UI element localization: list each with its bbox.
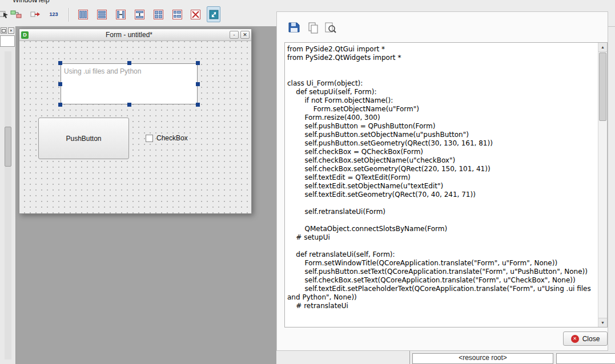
minimize-button[interactable]: - bbox=[230, 31, 239, 39]
edit-buddies-icon[interactable] bbox=[29, 6, 42, 22]
resize-handle[interactable] bbox=[127, 61, 131, 65]
signal-slot-icon bbox=[10, 9, 22, 19]
edit-signals-slots-icon[interactable] bbox=[9, 6, 23, 22]
widget-box-dock: ✕ bbox=[0, 26, 16, 364]
scroll-down-arrow[interactable]: ▼ bbox=[598, 318, 607, 327]
textedit-box[interactable]: Using .ui files and Python bbox=[61, 63, 198, 104]
save-code-button[interactable] bbox=[286, 19, 302, 35]
resize-handle[interactable] bbox=[196, 82, 200, 86]
resize-handle[interactable] bbox=[58, 61, 62, 65]
dock-scrollbar-track[interactable] bbox=[5, 51, 11, 359]
textedit-widget[interactable]: Using .ui files and Python bbox=[61, 63, 198, 104]
textedit-placeholder: Using .ui files and Python bbox=[64, 67, 141, 75]
resize-handle[interactable] bbox=[58, 103, 62, 107]
break-icon bbox=[191, 10, 200, 19]
menu-window[interactable]: Window bbox=[13, 0, 37, 4]
code-view: from PySide2.QtGui import * from PySide2… bbox=[284, 42, 608, 327]
edit-tab-order-icon[interactable]: 123 bbox=[47, 6, 61, 22]
hsplit-icon bbox=[116, 10, 126, 19]
layout-form-icon[interactable] bbox=[170, 6, 184, 22]
designer-form-icon: D bbox=[21, 31, 29, 39]
checkbox-indicator[interactable] bbox=[146, 135, 153, 142]
widget-filter-input[interactable] bbox=[0, 35, 15, 47]
adjust-icon bbox=[209, 10, 219, 19]
code-vertical-scrollbar[interactable]: ▲ ▼ bbox=[598, 43, 607, 327]
layout-vertical-icon[interactable] bbox=[95, 6, 108, 22]
resize-handle[interactable] bbox=[196, 61, 200, 65]
grid-icon bbox=[154, 10, 163, 19]
toolbar-separator bbox=[69, 8, 69, 22]
copy-code-button[interactable] bbox=[306, 20, 321, 36]
find-in-code-button[interactable] bbox=[323, 20, 339, 36]
form-window-title: Form - untitled* bbox=[30, 31, 228, 39]
dock-float-button[interactable] bbox=[1, 27, 7, 34]
form-canvas[interactable]: Using .ui files and Python PushButton bbox=[19, 41, 251, 213]
form-layout-icon bbox=[172, 10, 182, 19]
buddy-arrow-icon bbox=[30, 9, 41, 19]
hlayout-icon bbox=[78, 10, 88, 19]
panel-divider bbox=[409, 351, 410, 364]
break-layout-icon[interactable] bbox=[188, 6, 202, 22]
adjust-size-icon[interactable] bbox=[207, 6, 220, 22]
close-window-button[interactable]: ✕ bbox=[240, 31, 250, 39]
layout-horizontal-icon[interactable] bbox=[76, 6, 90, 22]
resource-root-label: <resource root> bbox=[459, 354, 507, 362]
pushbutton-widget[interactable]: PushButton bbox=[38, 118, 129, 159]
mdi-workspace: ✕ D Form - untitled* - ✕ Using .ui files… bbox=[0, 26, 276, 364]
menu-help[interactable]: Help bbox=[35, 0, 50, 4]
vsplit-icon bbox=[135, 10, 144, 19]
find-icon bbox=[324, 22, 337, 34]
pushbutton-label: PushButton bbox=[66, 135, 101, 143]
view-code-dialog: from PySide2.QtGui import * from PySide2… bbox=[276, 11, 608, 351]
resize-handle[interactable] bbox=[196, 103, 200, 107]
resize-handle[interactable] bbox=[58, 82, 62, 86]
dock-close-button[interactable]: ✕ bbox=[8, 27, 14, 34]
close-button-label: Close bbox=[582, 335, 600, 343]
float-icon bbox=[2, 29, 6, 33]
close-dialog-button[interactable]: ✕ Close bbox=[563, 331, 608, 346]
resize-handle[interactable] bbox=[127, 103, 131, 107]
layout-horizontal-splitter-icon[interactable] bbox=[114, 6, 127, 22]
menubar: Window Help bbox=[0, 0, 615, 5]
tab-order-123-icon: 123 bbox=[49, 11, 58, 17]
resource-side-panel bbox=[556, 353, 615, 364]
close-red-icon: ✕ bbox=[571, 335, 579, 343]
save-icon bbox=[288, 21, 300, 34]
cursor-widget-icon bbox=[0, 9, 9, 19]
layout-grid-icon[interactable] bbox=[151, 6, 165, 22]
vlayout-icon bbox=[97, 10, 107, 19]
checkbox-label: CheckBox bbox=[156, 134, 188, 142]
resource-root-item[interactable]: <resource root> bbox=[412, 353, 553, 364]
checkbox-widget[interactable]: CheckBox bbox=[146, 131, 188, 145]
scrollbar-thumb[interactable] bbox=[599, 52, 606, 121]
form-editor-window: D Form - untitled* - ✕ Using .ui files a… bbox=[19, 29, 252, 214]
layout-vertical-splitter-icon[interactable] bbox=[132, 6, 146, 22]
code-text[interactable]: from PySide2.QtGui import * from PySide2… bbox=[285, 44, 597, 327]
dock-scrollbar-thumb[interactable] bbox=[5, 127, 11, 167]
form-window-titlebar[interactable]: D Form - untitled* - ✕ bbox=[19, 29, 251, 41]
copy-icon bbox=[307, 22, 320, 34]
resource-browser-panel: <resource root> bbox=[276, 351, 615, 364]
scroll-up-arrow[interactable]: ▲ bbox=[598, 43, 607, 52]
